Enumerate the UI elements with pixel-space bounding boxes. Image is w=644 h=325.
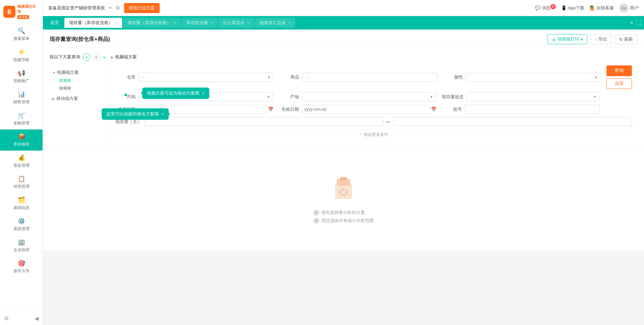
refresh-btn[interactable]: ↻ 刷新 xyxy=(615,34,637,44)
print-btn[interactable]: 🖨 按模板打印 ▾ xyxy=(547,34,587,44)
scheme-sub-item-1[interactable]: 按规格 xyxy=(56,77,110,85)
logo-icon: 6 xyxy=(3,6,15,18)
topbar-title: 装备及固定资产辅助管理系统 xyxy=(48,5,105,11)
app-download-label: App下载 xyxy=(568,5,584,11)
color-select[interactable]: ▾ xyxy=(466,73,601,82)
close-all-tabs-icon[interactable]: × xyxy=(630,20,633,26)
scheme-sub-list: 按规格 按规格 xyxy=(50,77,110,92)
support-icon: 💁 xyxy=(590,5,595,10)
goods-select[interactable]: ··· xyxy=(302,73,437,82)
warehouse-chevron: ▾ xyxy=(268,75,270,80)
tab-receive-summary[interactable]: 收发存汇总表 × xyxy=(255,18,295,28)
app-download-item[interactable]: 📱 App下载 xyxy=(561,5,584,11)
filter-header: 按以下方案查询 + ◎ « ▶ 电脑端方案 xyxy=(50,53,637,61)
sidebar-item-enterprise[interactable]: 🏢 企业协同 xyxy=(0,235,43,256)
tab-inout-flow[interactable]: 出入库流水 × xyxy=(218,18,254,28)
create-tooltip-close[interactable]: × xyxy=(161,111,164,117)
tab-inventory-dist-close[interactable]: × xyxy=(174,21,176,25)
user-label: 用户 xyxy=(630,5,639,11)
stock-qty-from[interactable] xyxy=(144,117,383,126)
page-title: 现存量查询(按仓库+商品) xyxy=(50,36,110,43)
warehouse-label: 仓库 xyxy=(115,74,136,80)
settings-icon[interactable]: ⚙ xyxy=(4,315,9,322)
scheme-mobile-group-label: 移动端方案 xyxy=(56,96,78,102)
batch-label: 批号 xyxy=(442,106,462,112)
message-item[interactable]: 💬 消息 6 xyxy=(535,5,556,11)
origin-select[interactable]: ▾ xyxy=(302,92,437,101)
tab-inventory-status-close[interactable]: × xyxy=(115,21,117,25)
tab-receive-summary-close[interactable]: × xyxy=(288,21,290,25)
empty-hint-1: ① 请先选择要分析的方案 xyxy=(313,210,374,216)
export-btn[interactable]: ↑ 导出 xyxy=(591,34,612,44)
collapse-btn[interactable]: ⌃ 收起更多条件 xyxy=(115,129,632,140)
sidebar-item-marketing[interactable]: 📢 营销推广 xyxy=(0,66,43,87)
sidebar-item-inventory[interactable]: 📦 库存核算 xyxy=(0,129,43,151)
svg-rect-2 xyxy=(340,177,347,180)
expand-icon[interactable]: ⛶ xyxy=(636,20,641,26)
tab-batch-ledger-close[interactable]: × xyxy=(211,21,213,25)
tab-home-label: 首页 xyxy=(50,20,59,26)
warehouse-select[interactable]: ··· ▾ xyxy=(138,73,274,82)
online-support-item[interactable]: 💁 在线客服 xyxy=(590,5,614,11)
color-label: 颜色 xyxy=(443,74,463,80)
sidebar-item-sales[interactable]: 📊 销售管理 xyxy=(0,87,43,108)
sidebar: 6 畅捷通好生意 标准版 🔍 搜索菜单 ⚡ 快捷导航 📢 营销推广 📊 销售管理… xyxy=(0,0,43,325)
guide-icon: 🎯 xyxy=(18,260,25,267)
tab-inout-flow-close[interactable]: × xyxy=(247,21,249,25)
stock-status-chevron: ▾ xyxy=(594,94,596,99)
scheme-mobile-group[interactable]: ▶ 移动端方案 xyxy=(50,94,110,103)
topbar-left: 装备及固定资产辅助管理系统 ▾ ⚙ 体验行业方案 xyxy=(48,3,160,13)
collapse-label: 收起更多条件 xyxy=(364,132,388,138)
sidebar-item-operations[interactable]: 📋 经营管理 xyxy=(0,172,43,193)
size-chevron: ▾ xyxy=(267,94,270,99)
scheme-tooltip-close[interactable]: × xyxy=(202,91,205,96)
set-btn[interactable]: 设置 xyxy=(606,78,632,89)
logo-text: 畅捷通好生意 标准版 xyxy=(17,4,39,19)
quick-nav-icon: ⚡ xyxy=(18,48,25,56)
tab-batch-ledger[interactable]: 库存批次账 × xyxy=(181,18,217,28)
collapse-icon[interactable]: ◀ xyxy=(35,315,39,322)
tab-home[interactable]: 首页 xyxy=(46,18,64,28)
tab-inventory-dist[interactable]: 现存量（库存分布表） × xyxy=(123,18,180,28)
print-dropdown-icon[interactable]: ▾ xyxy=(581,37,583,42)
expire-date-cal-icon[interactable]: 📅 xyxy=(431,107,436,112)
batch-input[interactable] xyxy=(465,105,600,114)
topbar-dropdown-arrow[interactable]: ▾ xyxy=(109,5,111,10)
user-item[interactable]: Ea 用户 xyxy=(619,3,639,13)
empty-hint-1-label: 请先选择要分析的方案 xyxy=(321,210,365,216)
stock-qty-to[interactable] xyxy=(393,117,632,126)
sidebar-item-guide[interactable]: 🎯 新手引导 xyxy=(0,256,43,277)
sidebar-item-quick-nav[interactable]: ⚡ 快捷导航 xyxy=(0,45,43,66)
tab-receive-summary-label: 收发存汇总表 xyxy=(260,20,286,26)
scheme-sub-item-2[interactable]: 按规格 xyxy=(56,85,110,92)
scheme-pc-item[interactable]: ▶ 电脑端方案 xyxy=(111,53,137,61)
filter-copy-btn[interactable]: ◎ xyxy=(93,53,100,61)
trial-btn[interactable]: 体验行业方案 xyxy=(124,3,160,13)
filter-add-btn[interactable]: + xyxy=(83,53,90,61)
expire-date-label: 失效日期 xyxy=(279,106,299,112)
produce-date-cal-icon[interactable]: 📅 xyxy=(268,107,273,112)
purchase-icon: 🛒 xyxy=(18,112,25,119)
sidebar-item-finance[interactable]: 💰 资金管理 xyxy=(0,151,43,172)
collapse-chevron-up-icon: ⌃ xyxy=(359,132,363,137)
filter-arrow-btn[interactable]: « xyxy=(103,54,106,60)
tab-actions: × ⛶ xyxy=(630,20,641,26)
expire-date-input[interactable] xyxy=(302,105,430,114)
settings-gear-icon[interactable]: ⚙ xyxy=(115,5,120,11)
sidebar-label-basic: 基础信息 xyxy=(13,205,30,211)
empty-num-2: ② xyxy=(313,218,319,224)
origin-chevron: ▾ xyxy=(430,94,433,99)
scheme-pc-group[interactable]: ▼ 电脑端方案 xyxy=(50,68,110,77)
sidebar-item-system[interactable]: ⚙️ 系统管理 xyxy=(0,214,43,235)
sidebar-item-basic[interactable]: 🗂️ 基础信息 xyxy=(0,193,43,214)
tab-inventory-status[interactable]: 现存量（库存状况表） × xyxy=(64,18,122,28)
sidebar-item-search[interactable]: 🔍 搜索菜单 xyxy=(0,24,43,45)
sidebar-label-inventory: 库存核算 xyxy=(13,142,30,147)
scheme-pc-expand-icon: ▼ xyxy=(52,71,56,74)
search-btn[interactable]: 查询 xyxy=(606,65,632,76)
operations-icon: 📋 xyxy=(18,175,25,182)
filter-left-panel: ▼ 电脑端方案 按规格 按规格 ▶ 移动端方案 xyxy=(50,65,110,140)
stock-status-select[interactable]: ▾ xyxy=(466,92,600,101)
filter-area: 按以下方案查询 + ◎ « ▶ 电脑端方案 xyxy=(43,48,644,145)
sidebar-item-purchase[interactable]: 🛒 采购管理 xyxy=(0,108,43,129)
